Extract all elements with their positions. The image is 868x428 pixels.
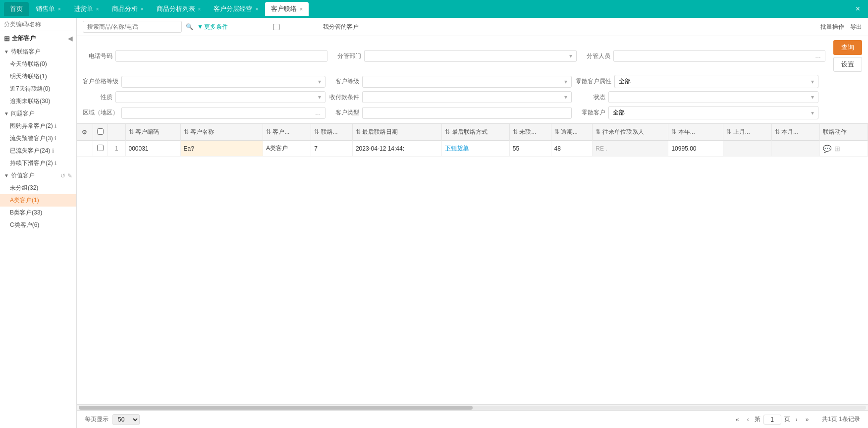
export-button[interactable]: 导出 bbox=[850, 23, 862, 31]
row-num-cell: 1 bbox=[108, 141, 125, 157]
checkbox-header[interactable] bbox=[93, 124, 108, 141]
page-size-label: 每页显示 bbox=[85, 415, 108, 424]
last-page-button[interactable]: » bbox=[803, 415, 812, 424]
sidebar-item-C类客户(6)[interactable]: C类客户(6) bbox=[0, 219, 76, 231]
settings-button[interactable]: 设置 bbox=[833, 57, 862, 72]
search-button[interactable]: 🔍 bbox=[186, 23, 193, 30]
prev-page-button[interactable]: ‹ bbox=[745, 415, 752, 424]
grid-action-icon[interactable]: ⊞ bbox=[834, 145, 840, 153]
sidebar-item-A类客户(1)[interactable]: A类客户(1) bbox=[0, 194, 76, 207]
filter-row-4: 区域（地区） … 客户类型 零散客户 全部 ▾ bbox=[83, 106, 862, 119]
nav-tab-客户联络[interactable]: 客户联络× bbox=[265, 2, 309, 16]
first-page-button[interactable]: « bbox=[733, 415, 742, 424]
dept-dropdown[interactable]: ▾ bbox=[364, 50, 576, 62]
status-dropdown[interactable]: ▾ bbox=[608, 91, 818, 103]
sidebar-section-价值客户[interactable]: ▼价值客户↺✎ bbox=[0, 169, 76, 182]
my-customers-checkbox-label[interactable]: 我分管的客户 bbox=[232, 23, 359, 31]
batch-operation-button[interactable]: 批量操作 bbox=[820, 23, 844, 31]
customer-code-header[interactable]: ⇅ 客户编码 bbox=[125, 124, 180, 141]
this-year-header[interactable]: ⇅ 本年... bbox=[668, 124, 723, 141]
tab-close-icon[interactable]: × bbox=[141, 6, 144, 12]
sidebar-item-B类客户(33)[interactable]: B类客户(33) bbox=[0, 207, 76, 219]
this-month-header[interactable]: ⇅ 本月... bbox=[771, 124, 819, 141]
tab-close-icon[interactable]: × bbox=[255, 6, 258, 12]
payment-dropdown[interactable]: ▾ bbox=[362, 91, 572, 103]
sidebar-item-逾期未联络(30)[interactable]: 逾期未联络(30) bbox=[0, 95, 76, 107]
row-customer-name: Ea? bbox=[180, 141, 263, 157]
sidebar-item-明天待联络(1)[interactable]: 明天待联络(1) bbox=[0, 70, 76, 83]
nav-tab-客户分层经营[interactable]: 客户分层经营× bbox=[208, 2, 264, 16]
refresh-icon[interactable]: ↺ bbox=[60, 172, 65, 179]
gear-header[interactable]: ⚙ bbox=[77, 124, 93, 141]
customer-type-input[interactable] bbox=[362, 107, 572, 119]
close-all-tabs-button[interactable]: × bbox=[852, 4, 864, 13]
row-this-year: 10995.00 bbox=[668, 141, 723, 157]
contact-header[interactable]: ⇅ 联络... bbox=[311, 124, 353, 141]
sidebar-item-已流失客户(24)[interactable]: 已流失客户(24) ℹ bbox=[0, 145, 76, 157]
nature-dropdown[interactable]: ▾ bbox=[115, 91, 326, 103]
sidebar-search-input[interactable] bbox=[4, 21, 77, 28]
action-header: 联络动作 bbox=[819, 124, 868, 141]
all-customers-header[interactable]: ⊞ 全部客户 ◀ bbox=[0, 31, 76, 46]
customer-type-header[interactable]: ⇅ 客户... bbox=[263, 124, 311, 141]
nav-tab-商品分析[interactable]: 商品分析× bbox=[106, 2, 150, 16]
sidebar-collapse-icon[interactable]: ◀ bbox=[68, 35, 72, 42]
sidebar-item-持续下滑客户(2)[interactable]: 持续下滑客户(2) ℹ bbox=[0, 157, 76, 169]
nav-tab-首页[interactable]: 首页 bbox=[4, 2, 29, 16]
last-contact-date-header[interactable]: ⇅ 最后联络日期 bbox=[352, 124, 441, 141]
no-contact-header[interactable]: ⇅ 未联... bbox=[509, 124, 551, 141]
payment-arrow: ▾ bbox=[564, 94, 567, 101]
sidebar-item-近7天待联络(0)[interactable]: 近7天待联络(0) bbox=[0, 83, 76, 95]
sidebar-item-未分组(32)[interactable]: 未分组(32) bbox=[0, 182, 76, 194]
row-checkbox[interactable] bbox=[97, 145, 104, 151]
last-month-header[interactable]: ⇅ 上月... bbox=[723, 124, 771, 141]
scrollbar-thumb[interactable] bbox=[79, 406, 473, 410]
tab-close-icon[interactable]: × bbox=[300, 6, 303, 12]
tab-close-icon[interactable]: × bbox=[198, 6, 201, 12]
customer-level-dropdown[interactable]: ▾ bbox=[362, 76, 572, 88]
sidebar-item-囤购异常客户(2)[interactable]: 囤购异常客户(2) ℹ bbox=[0, 120, 76, 132]
customer-name-header[interactable]: ⇅ 客户名称 bbox=[180, 124, 263, 141]
last-contact-method-link[interactable]: 下销货单 bbox=[445, 145, 469, 152]
region-input[interactable]: … bbox=[121, 107, 326, 119]
last-contact-method-header[interactable]: ⇅ 最后联络方式 bbox=[442, 124, 509, 141]
chat-action-icon[interactable]: 💬 bbox=[823, 145, 831, 153]
tab-close-icon[interactable]: × bbox=[58, 6, 61, 12]
customer-table: ⚙ ⇅ 客户编码 ⇅ 客户名称 ⇅ 客户... ⇅ 联络... ⇅ 最后联络日期… bbox=[77, 124, 868, 157]
next-page-button[interactable]: › bbox=[793, 415, 800, 424]
region-more-btn[interactable]: … bbox=[315, 109, 321, 116]
sidebar-section-待联络客户[interactable]: ▼待联络客户 bbox=[0, 46, 76, 58]
filter-bar: 🔍 ▼ 更多条件 我分管的客户 批量操作 导出 bbox=[77, 18, 868, 36]
more-conditions-button[interactable]: ▼ 更多条件 bbox=[197, 23, 228, 31]
edit-icon[interactable]: ✎ bbox=[67, 172, 72, 179]
page-number-input[interactable] bbox=[763, 415, 781, 425]
info-icon: ℹ bbox=[54, 135, 56, 141]
manager-more-btn[interactable]: … bbox=[815, 53, 821, 59]
manager-input[interactable]: … bbox=[613, 50, 825, 62]
nav-tab-进货单[interactable]: 进货单× bbox=[68, 2, 105, 16]
tab-close-icon[interactable]: × bbox=[96, 6, 99, 12]
my-customers-checkbox[interactable] bbox=[232, 24, 321, 30]
search-input[interactable] bbox=[83, 21, 182, 33]
nav-tab-销售单[interactable]: 销售单× bbox=[30, 2, 67, 16]
retail-customer-dropdown[interactable]: 全部 ▾ bbox=[608, 106, 818, 119]
visits-header[interactable]: ⇅ 往来单位联系人 bbox=[593, 124, 668, 141]
sidebar-item-今天待联络(0)[interactable]: 今天待联络(0) bbox=[0, 58, 76, 70]
horizontal-scrollbar[interactable] bbox=[77, 404, 868, 410]
retail-attr-dropdown[interactable]: 全部 ▾ bbox=[614, 75, 818, 88]
sidebar-section-问题客户[interactable]: ▼问题客户 bbox=[0, 107, 76, 120]
nav-tab-商品分析列表[interactable]: 商品分析列表× bbox=[151, 2, 207, 16]
customer-type-label: 客户类型 bbox=[329, 108, 359, 117]
query-button[interactable]: 查询 bbox=[833, 40, 862, 55]
customer-type-field: 客户类型 bbox=[329, 107, 572, 119]
select-all-checkbox[interactable] bbox=[97, 128, 104, 135]
sidebar-item-流失预警客户(3)[interactable]: 流失预警客户(3) ℹ bbox=[0, 132, 76, 145]
phone-input[interactable] bbox=[115, 50, 327, 62]
overdue-header[interactable]: ⇅ 逾期... bbox=[551, 124, 593, 141]
price-level-dropdown[interactable]: ▾ bbox=[121, 76, 326, 88]
page-size-select[interactable]: 50 100 200 bbox=[112, 414, 140, 425]
left-sidebar: 🔍 ⊞ 全部客户 ◀ ▼待联络客户今天待联络(0)明天待联络(1)近7天待联络(… bbox=[0, 18, 77, 428]
row-last-contact-method[interactable]: 下销货单 bbox=[442, 141, 509, 157]
table-settings-icon[interactable]: ⚙ bbox=[82, 129, 87, 136]
row-checkbox-cell[interactable] bbox=[93, 141, 108, 157]
